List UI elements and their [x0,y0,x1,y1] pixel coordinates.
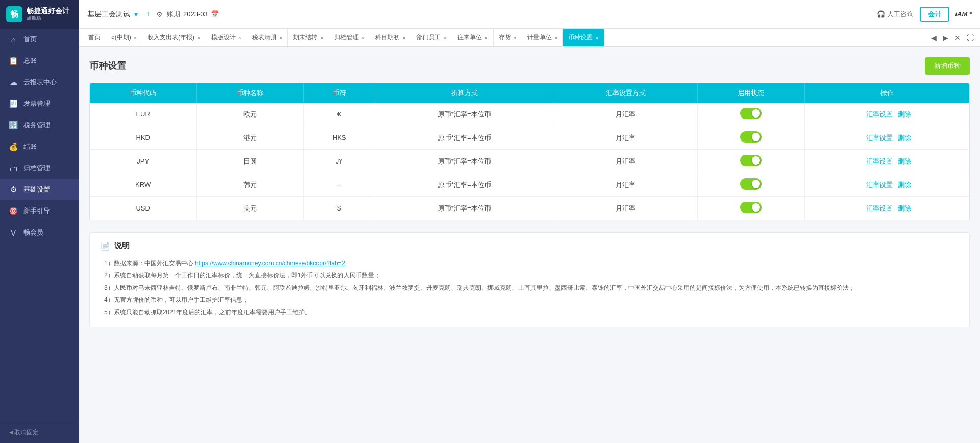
tab-income[interactable]: 收入支出表(年报) × [142,29,206,47]
tab-close-all-button[interactable]: ✕ [952,34,963,42]
tabbar-nav-buttons: ◀ ▶ ✕ ⛶ [929,34,976,42]
tab-period[interactable]: ¤(中期) × [106,29,142,47]
cell-name-2: 日圆 [197,150,304,173]
tab-close-period_end[interactable]: × [320,35,323,41]
rate-setting-link-1[interactable]: 汇率设置 [866,134,893,142]
tab-prev-button[interactable]: ◀ [929,34,939,42]
new-currency-button[interactable]: 新增币种 [925,57,970,75]
tab-label-tax: 税表清册 [252,33,277,42]
delete-link-1[interactable]: 删除 [898,134,911,142]
sidebar-icon-invoice: 🧾 [8,99,18,108]
sidebar-nav: ⌂ 首页 📋 总账 ☁ 云报表中心 🧾 发票管理 🔢 税务管理 💰 结账 🗃 归… [0,29,79,422]
toggle-thumb-2 [752,156,760,165]
sidebar-label-settle: 结账 [23,142,37,151]
tab-close-currency[interactable]: × [595,35,598,41]
tab-close-inventory[interactable]: × [513,35,517,41]
sidebar-item-reports[interactable]: ☁ 云报表中心 [0,72,79,93]
tab-close-partner[interactable]: × [484,35,487,41]
tab-close-unit[interactable]: × [554,35,557,41]
tab-label-currency: 币种设置 [568,33,593,42]
tab-close-subject[interactable]: × [402,35,405,41]
company-dropdown-icon[interactable]: ▾ [134,10,138,18]
note-items: 1）数据来源：中国外汇交易中心 https://www.chinamoney.c… [100,257,959,318]
sidebar-icon-guide: 🎯 [8,206,18,216]
toggle-3[interactable] [740,178,762,190]
rate-setting-link-2[interactable]: 汇率设置 [866,157,893,165]
cell-code-4: USD [90,197,197,220]
tab-currency[interactable]: 币种设置 × [563,29,604,47]
sidebar-item-archive[interactable]: 🗃 归档管理 [0,157,79,179]
tab-label-income: 收入支出表(年报) [148,33,194,42]
delete-link-4[interactable]: 删除 [898,204,911,212]
tab-period_end[interactable]: 期末结转 × [288,29,329,47]
tab-home[interactable]: 首页 [83,29,106,47]
service-btn[interactable]: 🎧 人工咨询 [877,10,914,19]
sidebar-item-vip[interactable]: V 畅会员 [0,222,79,243]
sidebar-item-settle[interactable]: 💰 结账 [0,136,79,157]
sidebar-item-guide[interactable]: 🎯 新手引导 [0,200,79,222]
tab-partner[interactable]: 往来单位 × [452,29,493,47]
tab-close-dept[interactable]: × [444,35,447,41]
tab-label-dept: 部门员工 [416,33,441,42]
sidebar-label-archive: 归档管理 [23,164,50,173]
sidebar-item-basic[interactable]: ⚙ 基础设置 [0,179,79,200]
chinamoney-link[interactable]: https://www.chinamoney.com.cn/chinese/bk… [195,260,345,267]
tab-close-template[interactable]: × [238,35,241,41]
tab-label-subject: 科目期初 [375,33,400,42]
tab-dept[interactable]: 部门员工 × [411,29,452,47]
tab-inventory[interactable]: 存货 × [494,29,522,47]
toggle-0[interactable] [740,108,762,119]
delete-link-0[interactable]: 删除 [898,110,911,118]
cell-code-3: KRW [90,173,197,197]
logo-text: 畅捷通好会计 旗舰版 [27,7,69,22]
sidebar-label-guide: 新手引导 [23,206,50,216]
tab-close-income[interactable]: × [197,35,200,41]
tab-close-archive[interactable]: × [361,35,364,41]
tab-unit[interactable]: 计量单位 × [522,29,563,47]
rate-setting-link-4[interactable]: 汇率设置 [866,204,893,212]
sidebar-item-ledger[interactable]: 📋 总账 [0,50,79,72]
note-section: 📄 说明 1）数据来源：中国外汇交易中心 https://www.chinamo… [89,232,970,327]
tab-template[interactable]: 模版设计 × [206,29,247,47]
col-method: 折算方式 [375,83,554,103]
sidebar-label-invoice: 发票管理 [23,99,50,108]
sidebar-item-invoice[interactable]: 🧾 发票管理 [0,93,79,114]
page-title: 币种设置 [89,60,126,72]
tab-next-button[interactable]: ▶ [941,34,950,42]
cell-name-0: 欧元 [197,103,304,126]
account-button[interactable]: 会计 [920,7,949,22]
add-tab-button[interactable]: ＋ [144,9,152,19]
toggle-1[interactable] [740,131,762,143]
cell-code-2: JPY [90,150,197,173]
sidebar-footer[interactable]: ◄取消固定 [0,422,79,443]
toggle-track-4 [740,202,762,213]
sidebar-item-tax[interactable]: 🔢 税务管理 [0,114,79,136]
tab-expand-button[interactable]: ⛶ [965,34,976,42]
note-item-4: 5）系统只能自动抓取2021年度后的汇率，之前年度汇率需要用户手工维护。 [100,306,959,318]
sidebar-icon-basic: ⚙ [8,185,18,194]
currency-table-container: 币种代码 币种名称 币符 折算方式 汇率设置方式 启用状态 操作 EUR 欧元 … [89,83,970,220]
toggle-4[interactable] [740,202,762,213]
delete-link-3[interactable]: 删除 [898,181,911,189]
toggle-track-3 [740,178,762,190]
sidebar-item-home[interactable]: ⌂ 首页 [0,29,79,50]
delete-link-2[interactable]: 删除 [898,157,911,165]
tab-close-period[interactable]: × [134,35,137,41]
tab-archive[interactable]: 归档管理 × [329,29,370,47]
table-row: HKD 港元 HK$ 原币*汇率=本位币 月汇率 汇率设置 删除 [90,126,969,150]
cell-rate-type-1: 月汇率 [554,126,697,150]
sidebar-label-tax: 税务管理 [23,121,50,130]
tab-tax[interactable]: 税表清册 × [247,29,288,47]
sidebar: 畅 畅捷通好会计 旗舰版 ⌂ 首页 📋 总账 ☁ 云报表中心 🧾 发票管理 🔢 … [0,0,79,443]
toggle-2[interactable] [740,155,762,166]
currency-table: 币种代码 币种名称 币符 折算方式 汇率设置方式 启用状态 操作 EUR 欧元 … [90,83,969,220]
cell-action-4: 汇率设置 删除 [805,197,969,220]
settings-icon[interactable]: ⚙ [156,10,163,18]
tab-subject[interactable]: 科目期初 × [370,29,411,47]
sidebar-icon-reports: ☁ [8,78,18,87]
calendar-icon[interactable]: 📅 [211,10,219,18]
note-item-3: 4）无官方牌价的币种，可以用户手工维护汇率信息； [100,294,959,306]
rate-setting-link-0[interactable]: 汇率设置 [866,110,893,118]
tab-close-tax[interactable]: × [279,35,282,41]
rate-setting-link-3[interactable]: 汇率设置 [866,181,893,189]
